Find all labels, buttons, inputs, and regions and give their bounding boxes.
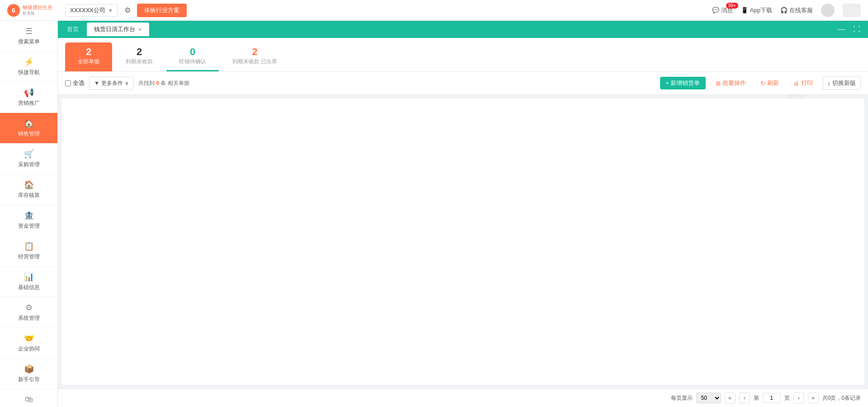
sidebar-label-guide: 新手引导 [18,376,40,384]
guide-icon: 📦 [24,364,34,374]
sidebar-item-system[interactable]: ⚙ 系统管理 [0,297,57,328]
toolbar-right: + 新增销货单 ⊞ 批量操作 ↻ 刷新 🖨 打印 ↕ [660,76,861,90]
sidebar-item-inventory[interactable]: 🏠 库存核算 [0,174,57,205]
tab-home-label: 首页 [67,25,79,33]
new-sale-button[interactable]: + 新增销货单 [660,77,705,89]
page-number-input[interactable] [763,393,781,403]
chevron-down-icon: ▼ [108,8,113,13]
table-area [61,98,864,385]
stat-tab-wangpu[interactable]: 0 旺铺待确认 [166,42,219,71]
next-page-button[interactable]: › [793,393,804,403]
message-btn[interactable]: 💬 消息 99+ [712,6,733,14]
online-service-btn[interactable]: 🎧 在线客服 [780,6,813,14]
service-icon: 🎧 [780,7,788,14]
batch-label: 批量操作 [722,79,746,87]
page-suffix: 页 [784,394,790,402]
filter-icon: ▼ [94,80,99,86]
topbar: 6 畅捷通好生意 标准版 XXXXXX公司 ▼ ⚙ 体验行业方案 💬 消息 99… [0,0,868,21]
switch-icon: ↕ [828,80,831,87]
purchase-icon: 🛒 [24,149,34,159]
match-suffix: 相关单据 [168,80,189,86]
filter-label: 更多条件 [101,80,123,87]
company-selector[interactable]: XXXXXX公司 ▼ [65,4,118,17]
content-area: 首页 钱货日清工作台 ✕ — ⛶ 2 全部单据 2 到期未收款 [58,21,868,407]
batch-icon: ⊞ [716,80,721,87]
per-page-label: 每页显示 [671,394,693,402]
app-center-icon: 🛍 [25,395,33,404]
quick-nav-icon: ⚡ [24,57,34,67]
switch-label: 切换新版 [832,79,856,87]
sidebar-item-sales[interactable]: 🏠 销售管理 [0,113,57,144]
sidebar-item-marketing[interactable]: 📢 营销推广 [0,82,57,113]
sidebar-label-basic-info: 基础信息 [18,284,40,291]
sidebar-label-purchase: 采购管理 [18,161,40,168]
logo-area: 6 畅捷通好生意 标准版 [7,4,65,17]
switch-version-button[interactable]: ↕ 切换新版 [823,76,861,90]
filter-button[interactable]: ▼ 更多条件 ∨ [89,77,134,90]
select-all-input[interactable] [65,80,71,86]
stat-label-wangpu: 旺铺待确认 [179,58,206,65]
sidebar-item-guide[interactable]: 📦 新手引导 [0,359,57,389]
sidebar-label-operation: 经营管理 [18,253,40,261]
print-button[interactable]: 🖨 打印 [789,77,817,89]
toolbar: 全选 ▼ 更多条件 ∨ 共找到 0 条 相关单据 + 新增销货单 ⊞ [58,72,868,95]
tab-bar: 首页 钱货日清工作台 ✕ — ⛶ [58,21,868,38]
sidebar-item-capital[interactable]: 🏦 资金管理 [0,205,57,236]
app-download-btn[interactable]: 📱 App下载 [741,6,772,14]
avatar[interactable] [821,4,835,17]
sidebar-item-quick-nav[interactable]: ⚡ 快捷导航 [0,51,57,82]
capital-icon: 🏦 [24,211,34,220]
sidebar-item-app-center[interactable]: 🛍 应用中心 [0,389,57,407]
last-page-button[interactable]: » [808,393,819,403]
logo-text: 畅捷通好生意 [23,4,52,10]
main-layout: ☰ 搜索菜单 ⚡ 快捷导航 📢 营销推广 🏠 销售管理 🛒 采购管理 🏠 库存核… [0,21,868,407]
tab-cashflow[interactable]: 钱货日清工作台 ✕ [87,23,149,36]
logo-icon: 6 [7,4,20,17]
stat-label-all: 全部单据 [78,58,99,65]
select-all-label: 全选 [73,79,85,87]
match-prefix: 共找到 [138,80,155,86]
stat-tab-all[interactable]: 2 全部单据 [65,42,112,71]
inventory-icon: 🏠 [24,180,34,190]
first-page-button[interactable]: « [725,393,736,403]
batch-button[interactable]: ⊞ 批量操作 [711,77,750,89]
tab-home[interactable]: 首页 [60,23,86,36]
stat-tab-unshipped[interactable]: 2 到期未收款 已出库 [220,42,290,71]
sidebar-label-capital: 资金管理 [18,222,40,230]
company-name: XXXXXX公司 [70,6,105,14]
user-menu[interactable] [843,4,861,17]
match-unit: 条 [160,80,166,86]
stat-tab-overdue[interactable]: 2 到期未收款 [113,42,165,71]
online-service-label: 在线客服 [789,6,813,14]
sidebar-label-marketing: 营销推广 [18,99,40,107]
sidebar-item-basic-info[interactable]: 📊 基础信息 [0,267,57,297]
per-page-select[interactable]: 50 20 100 [696,393,721,403]
sidebar-label-inventory: 库存核算 [18,192,40,199]
topbar-right: 💬 消息 99+ 📱 App下载 🎧 在线客服 [712,4,861,17]
stat-num-all: 2 [86,46,91,58]
logo-badge: 标准版 [23,10,52,16]
sidebar-item-purchase[interactable]: 🛒 采购管理 [0,144,57,174]
sidebar-item-enterprise[interactable]: 🤝 企业协同 [0,328,57,359]
sidebar-item-search-menu[interactable]: ☰ 搜索菜单 [0,21,57,51]
sidebar-label-system: 系统管理 [18,314,40,322]
settings-icon[interactable]: ⚙ [123,4,132,16]
tab-minimize-icon[interactable]: — [835,23,847,35]
select-all-checkbox[interactable]: 全选 [65,79,85,87]
app-download-label: App下载 [750,6,772,14]
page-label: 第 [754,394,759,402]
refresh-icon: ↻ [760,80,765,87]
message-icon: 💬 [712,7,719,14]
match-count: 0 [156,80,159,86]
sidebar-item-operation[interactable]: 📋 经营管理 [0,236,57,267]
refresh-button[interactable]: ↻ 刷新 [756,77,783,89]
tab-close-icon[interactable]: ✕ [138,27,142,33]
tab-expand-icon[interactable]: ⛶ [851,23,863,35]
basic-info-icon: 📊 [24,272,34,282]
print-icon: 🖨 [793,80,799,87]
trial-button[interactable]: 体验行业方案 [137,4,187,17]
prev-page-button[interactable]: ‹ [739,393,750,403]
sidebar-label-enterprise: 企业协同 [18,345,40,353]
tab-cashflow-label: 钱货日清工作台 [94,25,135,33]
marketing-icon: 📢 [24,88,34,98]
